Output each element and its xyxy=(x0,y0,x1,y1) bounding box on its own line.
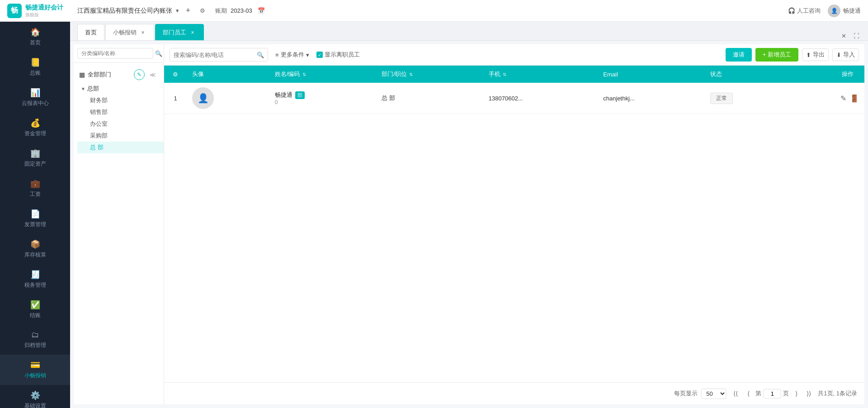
app-subtitle: 旗舰版 xyxy=(25,12,63,18)
invite-button[interactable]: 邀请 xyxy=(726,48,752,62)
calendar-icon[interactable]: 📅 xyxy=(258,7,265,14)
dept-node-sales[interactable]: 销售部 xyxy=(77,106,164,118)
export-icon: ⬆ xyxy=(806,52,811,58)
dept-edit-button[interactable]: ✎ xyxy=(134,69,145,80)
filter-dropdown-icon: ▾ xyxy=(306,52,309,58)
sidebar-label-reports: 云报表中心 xyxy=(22,100,49,107)
search-icon[interactable]: 🔍 xyxy=(257,52,264,58)
col-name[interactable]: 姓名/编码 ⇅ xyxy=(269,66,377,83)
tab-home[interactable]: 首页 xyxy=(77,24,104,40)
sidebar-item-salary[interactable]: 💼 工资 xyxy=(0,173,70,204)
sidebar-item-xiaochang2[interactable]: 💳 小畅报销 xyxy=(0,355,70,385)
cell-name: 畅捷通 部 0 xyxy=(269,83,377,114)
sidebar-icon-archive: 🗂 xyxy=(31,330,39,340)
company-name: 江西服宝精品有限责任公司内账张 xyxy=(77,7,172,15)
dept-collapse-button[interactable]: ≪ xyxy=(147,69,158,80)
tab-close-xiaochang[interactable]: × xyxy=(139,29,146,36)
sidebar-item-home[interactable]: 🏠 首页 xyxy=(0,22,70,52)
sidebar-item-tax[interactable]: 🧾 税务管理 xyxy=(0,264,70,294)
sidebar-icon-tax: 🧾 xyxy=(30,270,40,280)
sidebar-item-funds[interactable]: 💰 资金管理 xyxy=(0,113,70,143)
all-dept-label: 全部部门 xyxy=(88,71,111,79)
cell-action: ✎ 🚪 xyxy=(790,83,864,114)
dept-node-general[interactable]: 总 部 xyxy=(77,142,164,153)
table-row: 1 👤 畅捷通 部 0 总 部 138070602... chanjethkj.… xyxy=(164,83,864,114)
headset-icon: 🎧 xyxy=(788,7,795,14)
user-area[interactable]: 👤 畅捷通 xyxy=(828,5,861,17)
export-button[interactable]: ⬆ 导出 xyxy=(802,48,829,61)
dept-search-icon[interactable]: 🔍 xyxy=(155,50,162,57)
page-first-button[interactable]: ⟨⟨ xyxy=(730,388,741,399)
emp-toolbar: 🔍 ≡ 更多条件 ▾ ✓ 显示离职员工 邀请 + 新增员工 xyxy=(164,44,864,66)
filter-button[interactable]: ≡ 更多条件 ▾ xyxy=(272,49,313,61)
sidebar-item-closing[interactable]: ✅ 结账 xyxy=(0,294,70,325)
dept-node-purchase[interactable]: 采购部 xyxy=(77,130,164,142)
filter-icon: ≡ xyxy=(275,52,279,58)
status-badge: 正常 xyxy=(710,93,733,104)
emp-panel: 🔍 ≡ 更多条件 ▾ ✓ 显示离职员工 邀请 + 新增员工 xyxy=(164,44,864,404)
page-next-button[interactable]: ⟩ xyxy=(791,388,802,399)
dept-group-header[interactable]: ▼ 总部 xyxy=(77,83,164,95)
window-controls: ✕ ⛶ xyxy=(839,31,861,40)
logout-employee-button[interactable]: 🚪 xyxy=(850,94,859,103)
logo-area: 畅 畅捷通好会计 旗舰版 xyxy=(7,4,77,18)
emp-code: 0 xyxy=(275,99,371,105)
app-title: 畅捷通好会计 xyxy=(25,4,63,12)
tab-close-dept-emp[interactable]: × xyxy=(189,29,196,36)
col-email: Email xyxy=(598,66,705,83)
sidebar-icon-basic: ⚙️ xyxy=(30,390,40,400)
sidebar-label-closing: 结账 xyxy=(30,312,41,319)
maximize-window-button[interactable]: ⛶ xyxy=(852,31,861,40)
all-dept-item[interactable]: ▦ 全部部门 ✎ ≪ xyxy=(74,66,164,83)
show-left-toggle[interactable]: ✓ 显示离职员工 xyxy=(316,51,360,59)
per-page-select[interactable]: 50 100 200 xyxy=(701,389,726,399)
page-unit: 页 xyxy=(783,389,789,398)
sidebar-item-assets[interactable]: 🏢 固定资产 xyxy=(0,143,70,173)
sidebar-icon-inventory: 📦 xyxy=(30,239,40,249)
add-employee-button[interactable]: + 新增员工 xyxy=(755,48,798,62)
emp-search-box[interactable]: 🔍 xyxy=(170,48,268,62)
company-dropdown-icon[interactable]: ▾ xyxy=(176,7,179,14)
sidebar-label-salary: 工资 xyxy=(30,190,41,198)
logo-icon: 畅 xyxy=(7,4,22,18)
sidebar-item-basic[interactable]: ⚙️ 基础设置 xyxy=(0,385,70,408)
sidebar-item-inventory[interactable]: 📦 库存核算 xyxy=(0,234,70,264)
sidebar: 🏠 首页📒 总账📊 云报表中心💰 资金管理🏢 固定资产💼 工资📄 发票管理📦 库 xyxy=(0,22,70,408)
page-number-input[interactable] xyxy=(763,389,781,399)
dept-node-office[interactable]: 办公室 xyxy=(77,118,164,130)
sidebar-icon-invoice: 📄 xyxy=(30,209,40,219)
add-company-button[interactable]: + xyxy=(183,5,193,16)
col-action: 操作 xyxy=(790,66,864,83)
sidebar-icon-salary: 💼 xyxy=(30,179,40,189)
sidebar-item-ledger[interactable]: 📒 总账 xyxy=(0,52,70,82)
tab-dept-emp[interactable]: 部门员工× xyxy=(155,24,204,40)
dept-search-input[interactable] xyxy=(77,48,153,59)
emp-search-input[interactable] xyxy=(174,52,255,58)
dept-tree: ▦ 全部部门 ✎ ≪ ▼ 总部 财务部 销售部 办公室 采购部 xyxy=(74,63,164,404)
dept-node-finance[interactable]: 财务部 xyxy=(77,95,164,106)
per-page-label: 每页显示 xyxy=(674,389,698,398)
tab-xiaochang[interactable]: 小畅报销× xyxy=(105,24,154,40)
col-status: 状态 xyxy=(705,66,790,83)
page-last-button[interactable]: ⟩⟩ xyxy=(803,388,814,399)
sidebar-icon-assets: 🏢 xyxy=(30,148,40,158)
page-prev-button[interactable]: ⟨ xyxy=(743,388,754,399)
company-area: 江西服宝精品有限责任公司内账张 ▾ + ⚙ 账期 2023-03 📅 xyxy=(77,5,788,16)
col-dept[interactable]: 部门/职位 ⇅ xyxy=(376,66,483,83)
grid-icon: ▦ xyxy=(79,71,85,78)
settings-icon[interactable]: ⚙ xyxy=(197,5,208,16)
page-content: 🔍 ▦ 全部部门 ✎ ≪ ▼ 总部 财务部 xyxy=(74,44,864,404)
emp-dept-badge: 部 xyxy=(295,91,305,99)
col-phone[interactable]: 手机 ⇅ xyxy=(483,66,598,83)
close-window-button[interactable]: ✕ xyxy=(839,31,848,40)
sidebar-item-reports[interactable]: 📊 云报表中心 xyxy=(0,82,70,113)
cell-avatar: 👤 xyxy=(187,83,269,114)
sidebar-item-archive[interactable]: 🗂 归档管理 xyxy=(0,325,70,355)
show-left-checkbox[interactable]: ✓ xyxy=(316,52,323,58)
col-settings[interactable]: ⚙ xyxy=(164,66,187,83)
consult-button[interactable]: 🎧 人工咨询 xyxy=(788,7,821,15)
page-nav: ⟨⟨ ⟨ 第 页 ⟩ ⟩⟩ xyxy=(730,388,814,399)
edit-employee-button[interactable]: ✎ xyxy=(840,94,846,103)
sidebar-item-invoice[interactable]: 📄 发票管理 xyxy=(0,204,70,234)
import-button[interactable]: ⬇ 导入 xyxy=(832,48,859,61)
